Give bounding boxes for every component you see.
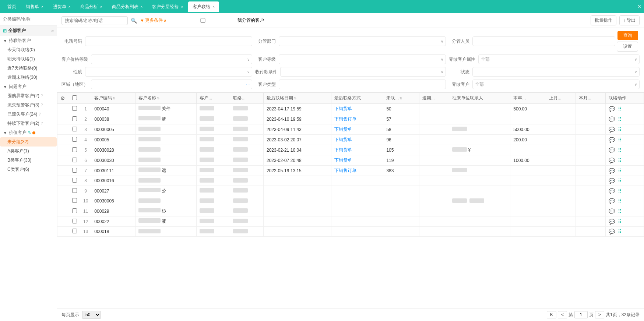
tab-purchase-close[interactable]: × [68, 5, 71, 9]
sidebar-item-class-b[interactable]: B类客户(33) [0, 156, 57, 165]
menu-icon[interactable]: ⠿ [618, 208, 622, 214]
sidebar-item-declining[interactable]: 持续下滑客户(2) ? [0, 119, 57, 128]
retail-attr-select[interactable]: 全部 ∨ [478, 54, 640, 64]
contact-way-link[interactable]: 下销货单 [334, 147, 352, 152]
sidebar-item-class-a[interactable]: A类客户(1) [0, 147, 57, 156]
prev-page-btn[interactable]: < [558, 311, 567, 318]
first-page-btn[interactable]: K [547, 311, 556, 318]
chat-icon[interactable]: 💬 [609, 188, 615, 194]
menu-icon[interactable]: ⠿ [618, 147, 622, 153]
sidebar-item-class-c[interactable]: C类客户(6) [0, 165, 57, 174]
tab-customer-contact-close[interactable]: × [212, 5, 215, 9]
menu-icon[interactable]: ⠿ [618, 116, 622, 122]
chat-icon[interactable]: 💬 [609, 178, 615, 184]
row-checkbox[interactable] [72, 188, 77, 193]
sidebar-group-problem[interactable]: ▼ 问题客户 [0, 82, 57, 91]
tab-product-analysis-close[interactable]: × [100, 5, 102, 9]
row-checkbox[interactable] [72, 168, 77, 173]
sidebar-search-input[interactable] [3, 17, 57, 22]
sidebar-item-hoarding[interactable]: 囤购异常客户(2) ? [0, 91, 57, 100]
manager-select[interactable] [472, 36, 615, 46]
contact-way-link[interactable]: 下销货单 [334, 106, 352, 111]
chat-icon[interactable]: 💬 [609, 229, 615, 234]
tab-customer-tier-close[interactable]: × [181, 5, 183, 9]
tab-home[interactable]: 首页 [3, 1, 21, 12]
tab-purchase[interactable]: 进货单 × [49, 1, 75, 12]
col-this-year-header[interactable]: 本年... [513, 95, 542, 101]
menu-icon[interactable]: ⠿ [618, 188, 622, 194]
menu-icon[interactable]: ⠿ [618, 219, 622, 225]
menu-icon[interactable]: ⠿ [618, 178, 622, 184]
payment-select[interactable]: ∨ [280, 67, 446, 77]
chat-icon[interactable]: 💬 [609, 158, 615, 163]
chat-icon[interactable]: 💬 [609, 219, 615, 225]
tab-sales-close[interactable]: × [41, 5, 43, 9]
select-all-checkbox[interactable] [72, 95, 77, 100]
row-checkbox[interactable] [72, 116, 77, 121]
dept-select[interactable]: ∨ [279, 36, 446, 46]
col-last-date-header[interactable]: 最后联络日期 ⇅ [267, 95, 328, 101]
search-btn[interactable]: 查询 [617, 31, 638, 40]
page-input[interactable] [574, 311, 588, 318]
menu-icon[interactable]: ⠿ [618, 158, 622, 163]
settings-icon[interactable]: ⚙ [60, 95, 65, 101]
col-this-month-header[interactable]: 本月... [579, 95, 602, 101]
row-checkbox[interactable] [72, 127, 77, 131]
collapse-icon[interactable]: « [51, 28, 54, 33]
my-customers-checkbox-label[interactable]: 我分管的客户 [170, 17, 264, 24]
menu-icon[interactable]: ⠿ [618, 198, 622, 204]
refresh-icon[interactable]: ↻ [28, 130, 32, 135]
row-checkbox[interactable] [72, 229, 77, 233]
chat-icon[interactable]: 💬 [609, 116, 615, 122]
row-checkbox[interactable] [72, 147, 77, 152]
customer-level-select[interactable]: ∨ [279, 54, 446, 64]
chat-icon[interactable]: 💬 [609, 127, 615, 133]
export-btn[interactable]: ↑ 导出 [619, 15, 640, 25]
tab-bar-close-all[interactable]: × [638, 3, 641, 10]
sidebar-all-customers[interactable]: ⊞ 全部客户 « [0, 25, 57, 36]
per-page-select[interactable]: 50 100 200 [82, 311, 101, 319]
sidebar-item-overdue[interactable]: 逾期未联络(30) [0, 73, 57, 82]
sidebar-group-pending[interactable]: ▼ 待联络客户 [0, 36, 57, 45]
row-checkbox[interactable] [72, 208, 77, 213]
sidebar-item-churn-warn[interactable]: 流失预警客户(3) ? [0, 100, 57, 110]
chat-icon[interactable]: 💬 [609, 147, 615, 153]
contact-way-link[interactable]: 下销货单 [334, 137, 352, 142]
search-input[interactable] [61, 16, 128, 25]
tab-customer-tier[interactable]: 客户分层经营 × [148, 1, 187, 12]
row-checkbox[interactable] [72, 137, 77, 142]
status-select[interactable]: ∨ [472, 67, 640, 77]
sidebar-item-churned[interactable]: 已流失客户(24) ? [0, 110, 57, 119]
tab-product-analysis[interactable]: 商品分析 × [76, 1, 107, 12]
sidebar-group-value[interactable]: ▼ 价值客户 ↻ [0, 128, 57, 137]
tab-customer-contact[interactable]: 客户联络 × [188, 1, 219, 12]
chat-icon[interactable]: 💬 [609, 198, 615, 204]
price-level-select[interactable]: ∨ [91, 54, 252, 64]
row-checkbox[interactable] [72, 158, 77, 162]
retail-customer-select[interactable]: 全部 ∨ [472, 80, 640, 89]
col-no-contact-header[interactable]: 未联... ⇅ [386, 95, 416, 101]
sidebar-item-ungroup[interactable]: 未分组(32) [0, 137, 57, 147]
chat-icon[interactable]: 💬 [609, 208, 615, 214]
contact-way-link[interactable]: 下销售订单 [334, 116, 356, 121]
col-last-month-header[interactable]: 上月... [549, 95, 573, 101]
gender-select[interactable]: ∨ [85, 67, 252, 77]
row-checkbox[interactable] [72, 198, 77, 203]
col-last-way-header[interactable]: 最后联络方式 [334, 95, 380, 101]
chat-icon[interactable]: 💬 [609, 137, 615, 143]
menu-icon[interactable]: ⠿ [618, 127, 622, 133]
sidebar-item-today[interactable]: 今天待联络(0) [0, 45, 57, 54]
tab-product-list-close[interactable]: × [141, 5, 143, 9]
tab-product-list[interactable]: 商品分析列表 × [108, 1, 147, 12]
phone-input[interactable] [85, 36, 252, 46]
col-type-header[interactable]: 客户... [200, 95, 227, 101]
menu-icon[interactable]: ⠿ [618, 168, 622, 174]
next-page-btn[interactable]: > [595, 311, 604, 318]
col-name-header[interactable]: 客户名称 ⇅ [138, 95, 193, 101]
menu-icon[interactable]: ⠿ [618, 106, 622, 112]
batch-operation-btn[interactable]: 批量操作 [591, 15, 616, 25]
chat-icon[interactable]: 💬 [609, 168, 615, 174]
row-checkbox[interactable] [72, 106, 77, 111]
search-icon-btn[interactable]: 🔍 [131, 18, 137, 24]
my-customers-checkbox[interactable] [170, 18, 236, 23]
